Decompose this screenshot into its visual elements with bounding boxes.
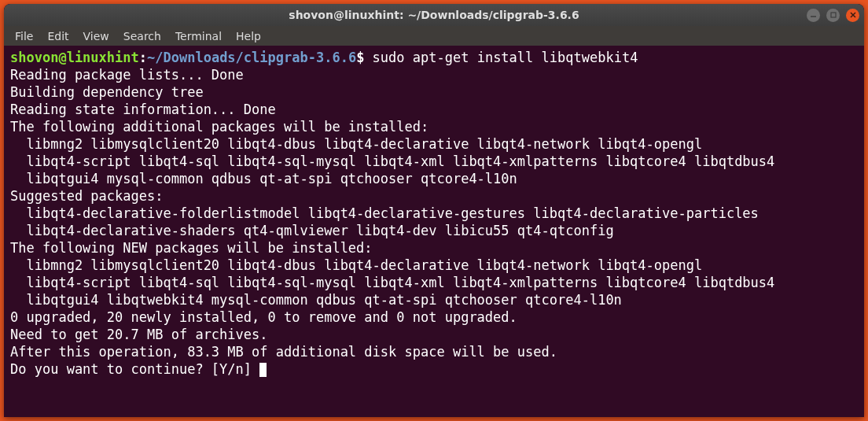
prompt-dollar: $ bbox=[356, 50, 372, 65]
menu-search[interactable]: Search bbox=[117, 28, 167, 44]
output-line: libqtgui4 mysql-common qdbus qt-at-spi q… bbox=[10, 170, 858, 187]
output-line: Need to get 20.7 MB of archives. bbox=[10, 326, 858, 343]
maximize-button[interactable] bbox=[826, 9, 840, 22]
maximize-icon bbox=[830, 12, 837, 18]
terminal-window: shovon@linuxhint: ~/Downloads/clipgrab-3… bbox=[4, 4, 864, 417]
output-line: libqtgui4 libqtwebkit4 mysql-common qdbu… bbox=[10, 291, 858, 308]
output-line: Reading package lists... Done bbox=[10, 66, 858, 83]
menu-edit[interactable]: Edit bbox=[41, 28, 75, 44]
terminal-content[interactable]: shovon@linuxhint:~/Downloads/clipgrab-3.… bbox=[4, 46, 864, 417]
output-line: The following additional packages will b… bbox=[10, 118, 858, 135]
command-text: sudo apt-get install libqtwebkit4 bbox=[373, 50, 638, 65]
titlebar: shovon@linuxhint: ~/Downloads/clipgrab-3… bbox=[4, 4, 864, 26]
output-line: Reading state information... Done bbox=[10, 101, 858, 118]
output-line: libqt4-script libqt4-sql libqt4-sql-mysq… bbox=[10, 274, 858, 291]
output-line: The following NEW packages will be insta… bbox=[10, 239, 858, 257]
svg-rect-1 bbox=[831, 13, 836, 17]
prompt-line: shovon@linuxhint:~/Downloads/clipgrab-3.… bbox=[10, 49, 858, 66]
output-line: libqt4-script libqt4-sql libqt4-sql-mysq… bbox=[10, 153, 858, 170]
output-line: Do you want to continue? [Y/n] bbox=[10, 360, 858, 378]
minimize-icon bbox=[810, 12, 817, 19]
output-line: Building dependency tree bbox=[10, 83, 858, 101]
output-line: libqt4-declarative-folderlistmodel libqt… bbox=[10, 205, 858, 222]
output-line: libmng2 libmysqlclient20 libqt4-dbus lib… bbox=[10, 135, 858, 153]
menu-terminal[interactable]: Terminal bbox=[169, 28, 228, 44]
menu-file[interactable]: File bbox=[9, 28, 39, 44]
window-controls bbox=[807, 9, 859, 22]
cursor bbox=[259, 363, 267, 377]
menubar: File Edit View Search Terminal Help bbox=[4, 26, 864, 46]
output-line: libqt4-declarative-shaders qt4-qmlviewer… bbox=[10, 222, 858, 239]
close-button[interactable] bbox=[846, 9, 859, 22]
prompt-path: ~/Downloads/clipgrab-3.6.6 bbox=[147, 50, 356, 65]
output-line: 0 upgraded, 20 newly installed, 0 to rem… bbox=[10, 308, 858, 326]
continue-prompt: Do you want to continue? [Y/n] bbox=[10, 361, 259, 377]
output-line: Suggested packages: bbox=[10, 187, 858, 205]
output-line: After this operation, 83.3 MB of additio… bbox=[10, 343, 858, 360]
prompt-user-host: shovon@linuxhint bbox=[10, 50, 139, 65]
prompt-colon: : bbox=[139, 50, 147, 65]
menu-view[interactable]: View bbox=[77, 28, 116, 44]
window-title: shovon@linuxhint: ~/Downloads/clipgrab-3… bbox=[4, 9, 864, 21]
close-icon bbox=[850, 12, 856, 18]
menu-help[interactable]: Help bbox=[230, 28, 267, 44]
minimize-button[interactable] bbox=[807, 9, 820, 22]
output-line: libmng2 libmysqlclient20 libqt4-dbus lib… bbox=[10, 257, 858, 274]
